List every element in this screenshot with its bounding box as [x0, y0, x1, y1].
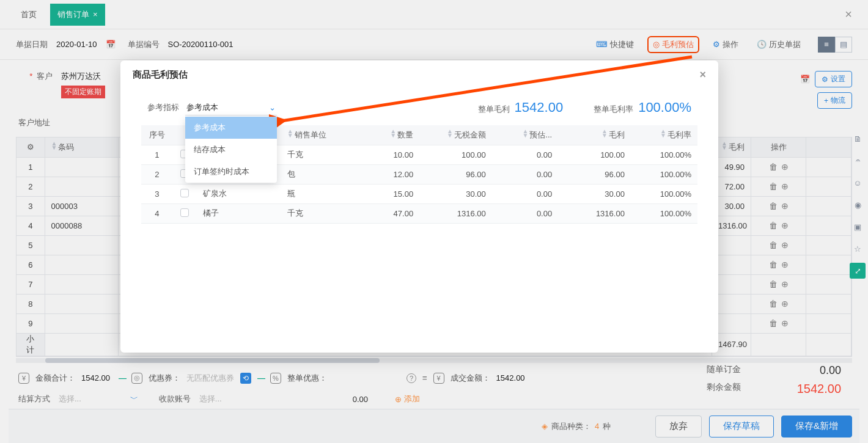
ref-label: 参考指标 [147, 102, 179, 113]
modal-head-row: 参考指标 参考成本 ⌃ 参考成本 结存成本 订单签约时成本 整单毛利 1542.… [120, 89, 718, 122]
ref-dropdown: 参考成本 结存成本 订单签约时成本 [185, 117, 277, 183]
col-qty[interactable]: ▲▼数量 [353, 125, 420, 145]
ref-value: 参考成本 [186, 102, 218, 113]
col-rate[interactable]: ▲▼毛利率 [631, 125, 697, 145]
ref-select[interactable]: 参考成本 ⌃ 参考成本 结存成本 订单签约时成本 [185, 100, 277, 115]
col-est[interactable]: ▲▼预估... [492, 125, 558, 145]
checkbox[interactable] [180, 208, 189, 217]
dropdown-option[interactable]: 订单签约时成本 [185, 161, 277, 183]
checkbox[interactable] [180, 189, 189, 197]
col-unit[interactable]: ▲▼销售单位 [281, 125, 353, 145]
rate-metric: 整单毛利率 100.00% [594, 100, 691, 115]
table-row[interactable]: 3矿泉水瓶15.0030.000.0030.00100.00% [141, 184, 697, 203]
profit-modal: 商品毛利预估 × 参考指标 参考成本 ⌃ 参考成本 结存成本 订单签约时成本 整… [120, 60, 718, 353]
modal-title-bar: 商品毛利预估 × [120, 60, 718, 89]
chevron-up-icon: ⌃ [269, 103, 276, 112]
col-profit[interactable]: ▲▼毛利 [558, 125, 631, 145]
col-amount[interactable]: ▲▼无税金额 [419, 125, 492, 145]
dropdown-option[interactable]: 结存成本 [185, 139, 277, 161]
dropdown-option[interactable]: 参考成本 [185, 117, 277, 139]
close-icon[interactable]: × [699, 68, 706, 81]
table-row[interactable]: 4橘子千克47.001316.000.001316.00100.00% [141, 203, 697, 223]
total-profit-metric: 整单毛利 1542.00 [478, 100, 564, 115]
col-seq[interactable]: 序号 [141, 125, 173, 145]
modal-title: 商品毛利预估 [133, 69, 188, 81]
